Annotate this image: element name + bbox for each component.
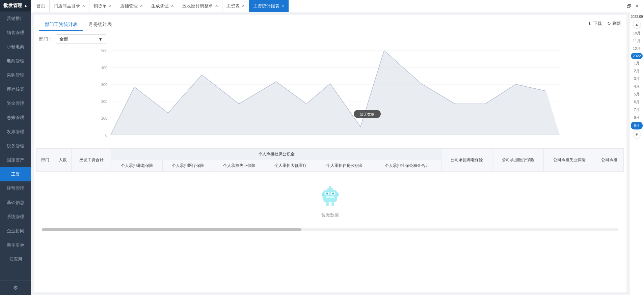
svg-rect-14: [323, 190, 337, 202]
sub-tabs: 部门工资统计表 月份统计表 ⬇ 下载 ↻ 刷新: [34, 15, 626, 31]
sidebar-item-guide[interactable]: 新手引导: [0, 238, 31, 252]
tab-sales-order[interactable]: 销货单 ✕: [89, 0, 116, 12]
timeline-up-nav[interactable]: ▲: [633, 21, 641, 29]
empty-text: 暂无数据: [321, 212, 339, 218]
tab-close-store[interactable]: ✕: [140, 4, 143, 8]
sidebar-top-menu[interactable]: 批发管理 ▲: [0, 0, 31, 11]
sidebar-item-ecom[interactable]: 电商管理: [0, 54, 31, 68]
chart-area: 500 400 300 200 100 0: [34, 47, 626, 148]
sub-tab-dept[interactable]: 部门工资统计表: [39, 19, 83, 31]
tab-goods[interactable]: 门店商品目录 ✕: [50, 0, 89, 12]
col-serious-ill: 个人承担大额医疗: [265, 160, 316, 172]
tab-store[interactable]: 店铺管理 ✕: [116, 0, 147, 12]
svg-text:暂无数据: 暂无数据: [360, 112, 375, 116]
timeline-jan[interactable]: 1月: [629, 59, 644, 67]
sidebar-item-assets[interactable]: 固定资产: [0, 153, 31, 167]
sidebar-item-apps[interactable]: 云应用: [0, 252, 31, 266]
col-unemp-ind: 个人承担失业保险: [214, 160, 265, 172]
main-area: 首页 门店商品目录 ✕ 销货单 ✕ 店铺管理 ✕ 生成凭证 ✕ 应收应付调整单 …: [31, 0, 644, 295]
filter-row: 部门： 全部 ▼: [34, 31, 626, 47]
tab-voucher[interactable]: 生成凭证 ✕: [147, 0, 178, 12]
svg-text:200: 200: [101, 99, 107, 104]
tab-receivable[interactable]: 应收应付调整单 ✕: [178, 0, 222, 12]
sidebar-item-fund[interactable]: 资金管理: [0, 96, 31, 111]
timeline-feb[interactable]: 2月: [629, 67, 644, 75]
timeline-oct[interactable]: 10月: [629, 29, 644, 37]
chevron-down-icon: ▼: [98, 37, 103, 42]
svg-text:500: 500: [101, 49, 107, 53]
tab-home[interactable]: 首页: [32, 0, 50, 12]
scrollbar-thumb[interactable]: [42, 228, 301, 231]
tab-payroll[interactable]: 工资表 ✕: [222, 0, 249, 12]
sidebar: 批发管理 ▲ 营销推广 销售管理 小畅电商 电商管理 采购管理 库存核算 资金管…: [0, 0, 31, 295]
timeline-mar[interactable]: 3月: [629, 75, 644, 83]
sidebar-item-marketing[interactable]: 营销推广: [0, 11, 31, 26]
gear-icon: ⚙: [13, 285, 18, 291]
sidebar-item-corp[interactable]: 企业协同: [0, 224, 31, 238]
sidebar-item-sales[interactable]: 销售管理: [0, 26, 31, 40]
col-housing-ind: 个人承担住房公积金: [316, 160, 373, 172]
svg-rect-22: [326, 202, 329, 206]
tab-close-payroll[interactable]: ✕: [242, 4, 245, 8]
timeline-year-2022[interactable]: 2022: [631, 53, 643, 59]
sidebar-item-ops[interactable]: 经营管理: [0, 181, 31, 196]
sidebar-item-base[interactable]: 基础信息: [0, 196, 31, 210]
tab-close-receivable[interactable]: ✕: [215, 4, 218, 8]
col-social-total: 个人承担社保公积金合计: [373, 160, 441, 172]
dept-filter-select[interactable]: 全部 ▼: [56, 34, 106, 44]
col-medical-com: 公司承担医疗保险: [492, 149, 544, 172]
svg-text:400: 400: [101, 66, 107, 70]
refresh-icon: ↻: [607, 21, 611, 26]
timeline-apr[interactable]: 4月: [629, 83, 644, 90]
page-content: 部门工资统计表 月份统计表 ⬇ 下载 ↻ 刷新: [34, 15, 626, 292]
timeline-nov[interactable]: 11月: [629, 37, 644, 45]
col-group-individual: 个人承担社保公积金: [111, 149, 441, 160]
svg-rect-20: [322, 193, 324, 197]
timeline-aug[interactable]: 8月: [629, 114, 644, 121]
sidebar-item-ledger[interactable]: 总账管理: [0, 111, 31, 125]
col-housing-com: 公司承担: [595, 149, 623, 172]
col-unemp-com: 公司承担失业保险: [544, 149, 595, 172]
svg-rect-19: [329, 186, 331, 188]
col-dept: 部门: [37, 149, 54, 172]
horizontal-scrollbar[interactable]: [42, 228, 618, 231]
col-pension-com: 公司承担养老保险: [441, 149, 492, 172]
sidebar-item-sys[interactable]: 系统管理: [0, 210, 31, 224]
tab-close-goods[interactable]: ✕: [82, 4, 85, 8]
tab-close-sales-order[interactable]: ✕: [109, 4, 112, 8]
restore-button[interactable]: 🗗: [626, 3, 632, 9]
sidebar-item-salary[interactable]: 工资: [0, 167, 31, 181]
timeline-jun[interactable]: 6月: [629, 98, 644, 106]
sub-tab-actions: ⬇ 下载 ↻ 刷新: [588, 21, 621, 29]
sidebar-item-invoice[interactable]: 发票管理: [0, 125, 31, 139]
tab-close-salary-report[interactable]: ✕: [281, 4, 285, 8]
timeline-sep[interactable]: 9月: [631, 122, 643, 129]
tab-close-voucher[interactable]: ✕: [171, 4, 174, 8]
settings-button[interactable]: ⚙: [0, 280, 31, 295]
timeline-dec[interactable]: 12月: [629, 45, 644, 53]
sidebar-item-mini[interactable]: 小畅电商: [0, 40, 31, 54]
tab-salary-report[interactable]: 工资统计报表 ✕: [249, 0, 289, 12]
col-pension-ind: 个人承担养老保险: [111, 160, 163, 172]
sidebar-items-list: 营销推广 销售管理 小畅电商 电商管理 采购管理 库存核算 资金管理 总账管理 …: [0, 11, 31, 280]
sidebar-item-stock[interactable]: 库存核算: [0, 82, 31, 96]
col-count: 人数: [54, 149, 72, 172]
col-total: 应发工资合计: [72, 149, 111, 172]
sub-tab-month[interactable]: 月份统计表: [83, 19, 117, 31]
sidebar-item-tax[interactable]: 税务管理: [0, 139, 31, 153]
empty-robot-icon: [317, 182, 344, 209]
content-area: 部门工资统计表 月份统计表 ⬇ 下载 ↻ 刷新: [31, 12, 644, 295]
svg-rect-23: [331, 202, 334, 206]
col-medical-ind: 个人承担医疗保险: [163, 160, 214, 172]
timeline-jul[interactable]: 7月: [629, 106, 644, 114]
timeline-down-nav[interactable]: ▼: [633, 130, 641, 139]
sidebar-item-purchase[interactable]: 采购管理: [0, 68, 31, 82]
close-button[interactable]: ✕: [635, 3, 640, 9]
svg-point-25: [332, 193, 334, 195]
svg-point-24: [326, 193, 328, 195]
download-icon: ⬇: [588, 21, 592, 26]
data-table: 部门 人数 应发工资合计 个人承担社保公积金 公司承担养老保险 公司承担医疗保险…: [36, 148, 624, 172]
download-button[interactable]: ⬇ 下载: [588, 21, 602, 27]
timeline-may[interactable]: 5月: [629, 90, 644, 98]
refresh-button[interactable]: ↻ 刷新: [607, 21, 621, 27]
